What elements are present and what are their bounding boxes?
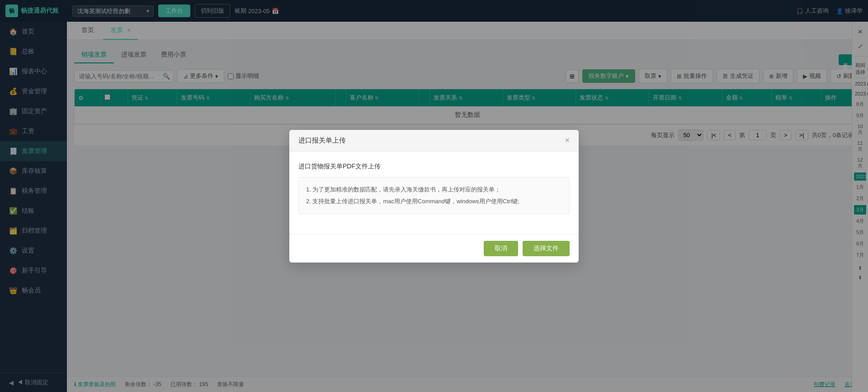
dialog-info-item-1: 1. 为了更加精准的数据匹配，请先录入海关缴款书，再上传对应的报关单；: [306, 184, 562, 196]
dialog-footer: 取消 选择文件: [289, 234, 579, 263]
dialog-info-box: 1. 为了更加精准的数据匹配，请先录入海关缴款书，再上传对应的报关单； 2. 支…: [298, 177, 570, 214]
dialog-title: 进口报关单上传: [298, 136, 346, 145]
dialog-close-button[interactable]: ×: [565, 136, 570, 144]
dialog-section-title: 进口货物报关单PDF文件上传: [298, 163, 570, 171]
dialog-body: 进口货物报关单PDF文件上传 1. 为了更加精准的数据匹配，请先录入海关缴款书，…: [289, 152, 579, 234]
dialog-header: 进口报关单上传 ×: [289, 130, 579, 152]
dialog-overlay: 进口报关单上传 × 进口货物报关单PDF文件上传 1. 为了更加精准的数据匹配，…: [0, 0, 868, 392]
dialog-info-item-2: 2. 支持批量上传进口报关单，mac用户使用Command键，windows用户…: [306, 196, 562, 207]
dialog-select-file-button[interactable]: 选择文件: [523, 241, 570, 256]
dialog-cancel-button[interactable]: 取消: [484, 241, 518, 256]
import-customs-dialog: 进口报关单上传 × 进口货物报关单PDF文件上传 1. 为了更加精准的数据匹配，…: [289, 130, 579, 263]
